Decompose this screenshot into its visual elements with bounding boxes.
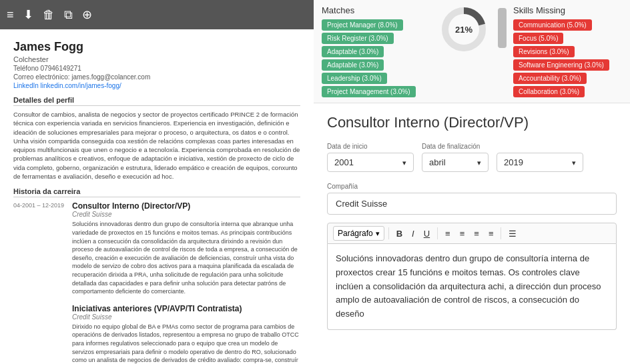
cv-location: Colchester [13,55,300,63]
italic-button[interactable]: I [408,227,418,241]
cv-job-2-title: Iniciativas anteriores (VP/AVP/TI Contra… [72,304,300,313]
matches-title: Matches [322,5,430,15]
date-end-month-value: abril [429,157,446,167]
match-tag-0: Project Manager (8.0%) [322,19,403,31]
cv-name: James Fogg [13,40,300,54]
format-select-label: Parágrafo [338,229,373,238]
cv-job-1-company: Credit Suisse [72,211,300,218]
donut-chart: 21% [440,5,488,53]
cv-phone: Teléfono 07946149271 [13,65,300,72]
toolbar-divider-3 [501,227,501,239]
date-start-year-chevron [402,157,406,167]
editor-content[interactable]: Solucións innovadoras dentro dun grupo d… [327,244,617,330]
skill-tag-4: Accountability (3.0%) [513,73,587,84]
format-chevron-icon [376,229,380,238]
date-end-month-group: Data de finalización abril [422,143,489,172]
download-icon[interactable]: ⬇ [23,7,33,22]
match-tag-3: Adaptable (3.0%) [322,59,384,71]
cv-content: James Fogg Colchester Teléfono 079461492… [0,29,314,364]
date-end-year-chevron [572,157,576,167]
skill-tags: Communication (5.0%) Focus (5.0%) Revisi… [513,19,622,97]
cv-job-2: Iniciativas anteriores (VP/AVP/TI Contra… [13,304,300,364]
align-center-button[interactable]: ≡ [456,227,468,241]
copy-icon[interactable]: ⧉ [64,8,73,22]
date-start-group: Data de inicio 2001 [327,143,414,172]
toolbar-divider-1 [388,227,389,239]
company-section: Compañía [327,183,617,215]
add-icon[interactable]: ⊕ [82,7,92,22]
cv-toolbar: ≡ ⬇ 🗑 ⧉ ⊕ [0,0,314,29]
date-end-month-chevron [477,157,481,167]
skill-tag-5: Collaboration (3.0%) [513,86,585,97]
top-bar: Matches Project Manager (8.0%) Risk Regi… [314,0,630,103]
list-button[interactable]: ☰ [505,227,520,241]
date-end-year-group: 2019 [497,153,583,172]
date-start-year-select[interactable]: 2001 [327,153,414,172]
cv-job-1-dates: 04-2001 – 12-2019 [13,202,67,209]
skills-missing-title: Skills Missing [513,5,622,15]
donut-percent: 21% [455,25,472,35]
date-start-year-value: 2001 [334,157,354,167]
skill-tag-3: Software Engineering (3.0%) [513,59,609,71]
company-input[interactable] [327,193,617,215]
cv-profile-text: Consultor de cambios, analista de negoci… [13,110,300,181]
match-tag-4: Leadership (3.0%) [322,73,387,84]
company-label: Compañía [327,183,617,190]
bold-button[interactable]: B [393,227,406,241]
cv-job-1-title: Consultor Interno (Director/VP) [72,201,300,211]
date-end-month-select[interactable]: abril [422,153,489,172]
skill-tag-0: Communication (5.0%) [513,19,592,31]
match-tag-1: Risk Register (3.0%) [322,33,394,44]
date-row: Data de inicio 2001 Data de finalización… [327,142,617,172]
format-select[interactable]: Parágrafo [333,226,384,241]
rich-text-editor: Parágrafo B I U ≡ ≡ ≡ ≡ ☰ Solucións inno… [327,223,617,330]
detail-area: Consultor Interno (Director/VP) Data de … [314,103,630,364]
match-tag-2: Adaptable (3.0%) [322,46,384,57]
toolbar-divider-2 [437,227,438,239]
match-tag-5: Project Management (3.0%) [322,86,416,97]
align-justify-button[interactable]: ≡ [485,227,497,241]
date-end-label: Data de finalización [422,143,489,150]
delete-icon[interactable]: 🗑 [43,8,55,22]
skills-missing-section: Skills Missing Communication (5.0%) Focu… [507,5,622,97]
date-end-year-value: 2019 [504,157,523,167]
cv-linkedin: LinkedIn linkedin.com/in/james-fogg/ [13,82,300,89]
align-right-button[interactable]: ≡ [470,227,483,241]
editor-toolbar: Parágrafo B I U ≡ ≡ ≡ ≡ ☰ [327,223,617,244]
scrollbar-thumb[interactable] [498,8,507,48]
align-left-button[interactable]: ≡ [442,227,454,241]
match-tags: Project Manager (8.0%) Risk Register (3.… [322,19,430,97]
cv-job-2-desc: Dirixido no equipo global de BA e PMAs c… [72,323,300,364]
cv-career-section-title: Historia da carreira [13,187,300,197]
menu-icon[interactable]: ≡ [7,8,14,22]
cv-job-1: 04-2001 – 12-2019 Consultor Interno (Dir… [13,201,300,295]
matches-section: Matches Project Manager (8.0%) Risk Regi… [322,5,430,97]
date-start-label: Data de inicio [327,143,414,150]
cv-profile-section-title: Detalles del perfil [13,96,300,106]
donut-chart-section: 21% [430,5,497,53]
underline-button[interactable]: U [420,227,433,241]
skill-tag-1: Focus (5.0%) [513,33,563,44]
cv-email: Correo electrónico: james.fogg@colancer.… [13,73,300,81]
right-panel: Matches Project Manager (8.0%) Risk Regi… [314,0,630,364]
cv-job-1-desc: Solucións innovadoras dentro dun grupo d… [72,220,300,295]
cv-job-2-company: Credit Suisse [72,313,300,321]
skill-tag-2: Revisions (3.0%) [513,46,575,57]
date-end-year-select[interactable]: 2019 [497,153,583,172]
cv-panel: ≡ ⬇ 🗑 ⧉ ⊕ James Fogg Colchester Teléfono… [0,0,314,364]
detail-job-title: Consultor Interno (Director/VP) [327,114,617,131]
